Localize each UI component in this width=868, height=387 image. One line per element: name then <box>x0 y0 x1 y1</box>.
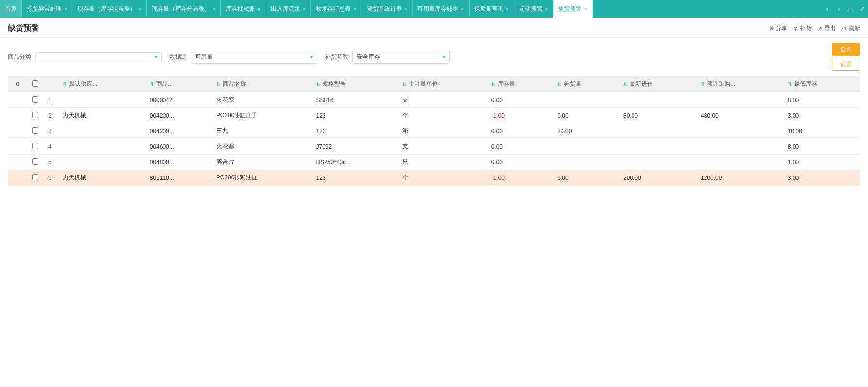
datasource-label: 数据源 <box>169 53 187 61</box>
row-spec-5: 123 <box>311 170 398 186</box>
tab-close-collect-summary[interactable]: × <box>353 6 356 12</box>
datasource-dropdown-icon: ▾ <box>310 54 313 60</box>
row-replenish-3 <box>552 139 618 155</box>
query-button[interactable]: 查询 <box>832 43 860 56</box>
row-seq-3: 4 <box>43 139 58 155</box>
row-stock-2: 0.00 <box>487 123 553 139</box>
tab-minimize-btn[interactable]: — <box>845 0 856 18</box>
tab-close-available-ledger[interactable]: × <box>461 6 464 12</box>
tab-label-batch-account: 库存批次账 <box>226 5 255 13</box>
tab-close-exception[interactable]: × <box>64 6 67 12</box>
row-checkbox-3[interactable] <box>32 143 38 149</box>
tab-label-overstock: 超储预警 <box>519 5 542 13</box>
row-checkbox-1[interactable] <box>32 112 38 118</box>
th-replenish-qty[interactable]: ⇅ 补货量 <box>552 76 618 92</box>
export-button[interactable]: ↗ 导出 <box>817 24 836 33</box>
sort-icon-unit: ⇅ <box>402 81 406 87</box>
row-supplier-4 <box>58 155 145 170</box>
row-name-3: 火花塞 <box>212 139 311 155</box>
row-gear-4 <box>8 155 27 170</box>
tab-exception[interactable]: 拣货异常处理× <box>22 0 72 18</box>
row-gear-5 <box>8 170 27 186</box>
row-min-stock-3: 8.00 <box>783 139 860 155</box>
tab-label-expiry-query: 保质期查询 <box>474 5 504 13</box>
tab-home[interactable]: 首页 <box>0 0 22 18</box>
tab-inventory-status[interactable]: 现存量（库存状况表）× <box>72 0 146 18</box>
tab-overstock[interactable]: 超储预警× <box>514 0 553 18</box>
row-stock-3: 0.00 <box>487 139 553 155</box>
row-estimated-5: 1200.00 <box>696 170 783 186</box>
tab-batch-account[interactable]: 库存批次账× <box>221 0 266 18</box>
table-container: ⚙ ⇅ 默认供应... ⇅ 商品... ⇅ <box>0 76 868 186</box>
gear-icon[interactable]: ⚙ <box>15 81 20 88</box>
tab-order-stat[interactable]: 要货单统计表× <box>362 0 413 18</box>
row-checkbox-4[interactable] <box>32 158 38 165</box>
row-min-stock-0: 8.00 <box>783 92 860 108</box>
tab-close-shortage[interactable]: × <box>584 6 587 12</box>
th-latest-price[interactable]: ⇅ 最新进价 <box>618 76 696 92</box>
table-row: 3 004200... 三九 123 箱 0.00 20.00 10.00 <box>8 123 860 139</box>
tab-prev-btn[interactable]: ‹ <box>821 0 833 18</box>
th-stock-qty[interactable]: ⇅ 库存量 <box>487 76 553 92</box>
row-checkbox-5[interactable] <box>32 174 38 180</box>
tab-close-overstock[interactable]: × <box>545 6 548 12</box>
th-seq <box>43 76 58 92</box>
category-label: 商品分类 <box>8 53 31 61</box>
row-estimated-0 <box>696 92 783 108</box>
row-checkbox-2[interactable] <box>32 127 38 134</box>
tab-close-order-stat[interactable]: × <box>404 6 407 12</box>
row-unit-1: 个 <box>398 108 487 123</box>
row-checkbox-cell-3 <box>27 139 43 155</box>
tab-bar: 首页拣货异常处理×现存量（库存状况表）×现存量（库存分布表）×库存批次账×出入库… <box>0 0 868 18</box>
replenish-button[interactable]: ⊕ 补货 <box>793 24 812 33</box>
th-default-supplier[interactable]: ⇅ 默认供应... <box>58 76 145 92</box>
th-estimated-purchase[interactable]: ⇅ 预计采购... <box>696 76 783 92</box>
tab-shortage[interactable]: 缺货预警× <box>553 0 592 18</box>
tab-close-inventory-status[interactable]: × <box>138 6 141 12</box>
row-checkbox-0[interactable] <box>32 96 38 103</box>
th-product-code[interactable]: ⇅ 商品... <box>145 76 212 92</box>
tab-close-batch-account[interactable]: × <box>257 6 260 12</box>
row-price-5: 200.00 <box>618 170 696 186</box>
tab-expiry-query[interactable]: 保质期查询× <box>470 0 514 18</box>
tab-maximize-btn[interactable]: ⤢ <box>856 0 868 18</box>
tab-available-ledger[interactable]: 可用量库存账本× <box>413 0 469 18</box>
row-supplier-1: 力天机械 <box>58 108 145 123</box>
replenish-icon: ⊕ <box>793 25 798 32</box>
tab-close-inout-flow[interactable]: × <box>303 6 306 12</box>
row-code-5: 801110... <box>145 170 212 186</box>
category-select[interactable]: ▾ <box>35 52 162 62</box>
row-seq-5: 6 <box>43 170 58 186</box>
row-gear-1 <box>8 108 27 123</box>
row-stock-0: 0.00 <box>487 92 553 108</box>
sort-icon-min-stock: ⇅ <box>788 81 792 87</box>
refresh-button[interactable]: ↺ 刷新 <box>842 24 860 33</box>
th-spec[interactable]: ⇅ 规格型号 <box>311 76 398 92</box>
row-gear-0 <box>8 92 27 108</box>
sort-icon-spec: ⇅ <box>316 81 320 87</box>
tab-collect-summary[interactable]: 收发存汇总表× <box>311 0 362 18</box>
tab-close-expiry-query[interactable]: × <box>506 6 509 12</box>
replenish-basis-filter-group: 补货基数 安全库存 ▾ <box>325 51 450 64</box>
category-dropdown-icon: ▾ <box>155 54 157 60</box>
tab-next-btn[interactable]: › <box>833 0 845 18</box>
row-gear-2 <box>8 123 27 139</box>
replenish-basis-select[interactable]: 安全库存 ▾ <box>352 51 450 64</box>
datasource-select[interactable]: 可用量 ▾ <box>191 51 317 64</box>
select-all-checkbox[interactable] <box>32 80 38 87</box>
th-product-name[interactable]: ⇅ 商品名称 <box>212 76 311 92</box>
sort-icon-replenish: ⇅ <box>557 81 561 87</box>
sort-icon-estimated: ⇅ <box>701 81 705 87</box>
row-price-4 <box>618 155 696 170</box>
settings-button[interactable]: 设置 <box>832 58 860 71</box>
th-min-stock[interactable]: ⇅ 最低库存 <box>783 76 860 92</box>
share-button[interactable]: ⎘ 分享 <box>770 24 787 33</box>
tab-inventory-dist[interactable]: 现存量（库存分布表）× <box>147 0 221 18</box>
row-unit-2: 箱 <box>398 123 487 139</box>
row-replenish-4 <box>552 155 618 170</box>
header-actions: ⎘ 分享 ⊕ 补货 ↗ 导出 ↺ 刷新 <box>770 24 860 33</box>
tab-close-inventory-dist[interactable]: × <box>213 6 216 12</box>
th-unit[interactable]: ⇅ 主计量单位 <box>398 76 487 92</box>
replenish-basis-dropdown-icon: ▾ <box>443 54 445 60</box>
tab-inout-flow[interactable]: 出入库流水× <box>266 0 311 18</box>
